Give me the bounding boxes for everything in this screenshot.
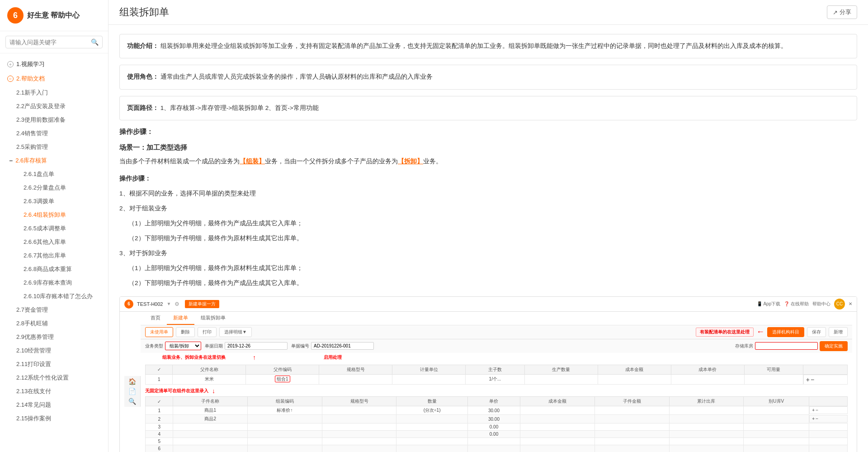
sidebar-item-docs-266[interactable]: 2.6.6其他入库单 xyxy=(0,235,108,249)
scene1-desc: 当由多个子件材料组装成一个成品的业务为【组装】业务，当由一个父件拆分成多个子产品… xyxy=(119,156,857,167)
sim-lower-row-6: 6 xyxy=(146,445,848,452)
sidebar-item-docs-2610[interactable]: 2.6.10库存账本错了怎么办 xyxy=(0,290,108,303)
sidebar-item-docs-26[interactable]: − 2.6库存核算 xyxy=(0,154,108,167)
feature-intro-block: 功能介绍： 组装拆卸单用来处理企业组装或拆卸等加工业务，支持有固定装配清单的产品… xyxy=(119,34,857,58)
sidebar-item-docs-27[interactable]: 2.7资金管理 xyxy=(0,303,108,317)
share-button[interactable]: ↗ 分享 xyxy=(827,5,857,19)
sidebar-item-docs-25[interactable]: 2.5采购管理 xyxy=(0,140,108,154)
sim-row-del-icon[interactable]: − xyxy=(811,376,814,383)
logo-icon: 6 xyxy=(7,7,24,24)
sidebar-item-docs-215[interactable]: 2.15操作案例 xyxy=(0,412,108,425)
sidebar-item-video[interactable]: + 1.视频学习 xyxy=(0,57,108,71)
sim-low-add-icon2[interactable]: + xyxy=(812,416,815,421)
role-block: 使用角色： 通常由生产人员或库管人员完成拆装业务的操作，库管人员确认原材料的出库… xyxy=(119,65,857,89)
sidebar-item-docs-267[interactable]: 2.6.7其他出库单 xyxy=(0,249,108,262)
sim-annotation-switch: 组装业务、拆卸业务在这里切换 xyxy=(162,354,226,361)
sim-toolbar-right: 有装配清单的在这里处理 ← 选择机构科目 保存 新增 xyxy=(696,327,848,337)
sim-date-label: 单据日期 xyxy=(205,343,223,349)
sim-annotation-enable: 启用处理 xyxy=(324,354,342,361)
sim-new-order-btn[interactable]: 新建单据一方 xyxy=(185,300,219,308)
sidebar-item-docs-24[interactable]: 2.4销售管理 xyxy=(0,127,108,140)
sim-stock-input[interactable] xyxy=(755,342,818,350)
sim-detail-btn[interactable]: 选择明细▼ xyxy=(219,327,252,337)
sim-print-btn[interactable]: 打印 xyxy=(198,327,217,337)
sim-confirm-btn[interactable]: 确定实施 xyxy=(820,341,848,351)
sim-annotation-has-bom: 有装配清单的在这里处理 xyxy=(696,328,754,337)
sidebar-item-docs-212[interactable]: 2.12系统个性化设置 xyxy=(0,371,108,385)
sim-row-add-icon[interactable]: + xyxy=(806,376,810,383)
sim-search2-icon: 🔍 xyxy=(128,398,136,405)
sidebar-item-docs-21[interactable]: 2.1新手入门 xyxy=(0,86,108,100)
sim-low-del-icon2[interactable]: − xyxy=(816,416,818,421)
share-label: 分享 xyxy=(840,8,851,16)
sim-action-btn1[interactable]: 保存 xyxy=(807,327,826,337)
sidebar-item-docs-269[interactable]: 2.6.9库存账本查询 xyxy=(0,276,108,290)
sim-upper-ratio-1: 1/个... xyxy=(466,374,524,385)
sim-action-btn2[interactable]: 新增 xyxy=(829,327,848,337)
sidebar-item-docs-213[interactable]: 2.13在线支付 xyxy=(0,385,108,398)
sim-upper-unit-1 xyxy=(392,374,466,385)
feature-intro-label: 功能介绍： xyxy=(127,43,159,49)
sim-col-spec: 规格型号 xyxy=(319,365,392,374)
sim-home-icon: 🏠 xyxy=(128,378,136,385)
sidebar-item-docs-263[interactable]: 2.6.3调拨单 xyxy=(0,195,108,208)
sidebar-item-docs-210[interactable]: 2.10经营管理 xyxy=(0,344,108,357)
sim-low-add-icon[interactable]: + xyxy=(812,408,815,413)
search-icon[interactable]: 🔍 xyxy=(91,38,99,46)
sim-low-del-icon[interactable]: − xyxy=(816,408,818,413)
step3-2: （2）下部明细为子件明细，最终作为产成品生成其它入库单。 xyxy=(128,277,857,289)
sim-col-cost-price: 成本单价 xyxy=(671,365,744,374)
sim-tab-new[interactable]: 新建单 xyxy=(167,312,194,325)
sub-nav-docs: 2.1新手入门 2.2产品安装及登录 2.3使用前数据准备 2.4销售管理 2.… xyxy=(0,86,108,425)
sim-type-select[interactable]: 组装/拆卸 xyxy=(165,342,201,350)
step2-2: （2）下部明细为子件明细，最终作为原材料生成其它出库单。 xyxy=(128,232,857,244)
sim-topbar-right: 📱 App下载 ❓ 在线帮助 帮助中心 CC ✕ xyxy=(757,299,852,309)
sim-upper-name-1: 米米 xyxy=(173,374,246,385)
search-input[interactable] xyxy=(9,39,91,46)
sim-col-ratio: 主子数 xyxy=(466,365,524,374)
search-area: 🔍 xyxy=(0,31,108,53)
sim-upper-table: ✓ 父件名称 父件编码 规格型号 计量单位 主子数 生产数量 成本金额 成本单价 xyxy=(145,365,848,385)
sim-low-col-cost: 成本金额 xyxy=(520,397,595,406)
sim-tab-home[interactable]: 首页 xyxy=(144,312,167,325)
sim-upper-code-1: 组合1 xyxy=(246,374,319,385)
sidebar-item-docs-261[interactable]: 2.6.1盘点单 xyxy=(0,167,108,181)
step2: 2、对于组装业务 xyxy=(119,202,857,214)
sim-delete-btn[interactable]: 删除 xyxy=(176,327,195,337)
sim-org-select-btn[interactable]: 选择机构科目 xyxy=(767,327,804,337)
sim-arrow-icon: ← xyxy=(756,327,764,337)
sidebar-item-docs-211[interactable]: 2.11打印设置 xyxy=(0,357,108,371)
sim-org: TEST-H002 xyxy=(137,301,163,307)
logo-area: 6 好生意 帮助中心 xyxy=(0,0,108,31)
sidebar-item-docs-264[interactable]: 2.6.4组装拆卸单 xyxy=(0,208,108,222)
sidebar-item-docs-214[interactable]: 2.14常见问题 xyxy=(0,398,108,412)
sim-unused-btn[interactable]: 未使用单 xyxy=(145,327,173,337)
search-box[interactable]: 🔍 xyxy=(5,36,103,48)
sidebar-item-label: 2.帮助文档 xyxy=(16,75,45,83)
content-area: 功能介绍： 组装拆卸单用来处理企业组装或拆卸等加工业务，支持有固定装配清单的产品… xyxy=(108,25,868,452)
sim-low-col-name: 子件名称 xyxy=(173,397,248,406)
sidebar-item-docs-268[interactable]: 2.6.8商品成本重算 xyxy=(0,262,108,276)
screenshot-container: 6 TEST-H002 ▼ ⚙ 新建单据一方 📱 App下载 ❓ 在线帮助 帮助… xyxy=(119,296,857,452)
sidebar-item-docs-22[interactable]: 2.2产品安装及登录 xyxy=(0,100,108,113)
sim-arrow-up-icon: ↑ xyxy=(253,354,256,361)
sidebar-item-docs-23[interactable]: 2.3使用前数据准备 xyxy=(0,113,108,127)
sidebar-item-docs[interactable]: − 2.帮助文档 2.1新手入门 2.2产品安装及登录 2.3使用前数据准备 2… xyxy=(0,71,108,425)
step3: 3、对于拆卸业务 xyxy=(119,247,857,259)
sim-help-center: 帮助中心 xyxy=(812,301,830,307)
sidebar-item-label: 1.视频学习 xyxy=(16,60,45,68)
sim-date-input[interactable] xyxy=(225,342,288,350)
top-bar: 组装拆卸单 ↗ 分享 xyxy=(108,0,868,25)
sim-code-highlight: 组合1 xyxy=(275,376,290,382)
sidebar-item-docs-28[interactable]: 2.8手机旺辅 xyxy=(0,317,108,330)
sim-low-col-check: ✓ xyxy=(146,397,173,406)
sim-lower-table-area: ✓ 子件名称 组装编码 规格型号 数量 单价 成本金额 子件金额 累计出库 xyxy=(141,395,852,452)
sim-tab-list[interactable]: 组装拆卸单 xyxy=(194,312,232,325)
sim-order-input[interactable] xyxy=(311,342,374,350)
sidebar-item-docs-29[interactable]: 2.9优惠券管理 xyxy=(0,330,108,344)
sidebar-item-26-label: 2.6库存核算 xyxy=(15,157,47,165)
sidebar-item-docs-265[interactable]: 2.6.5成本调整单 xyxy=(0,222,108,235)
main-content: 组装拆卸单 ↗ 分享 功能介绍： 组装拆卸单用来处理企业组装或拆卸等加工业务，支… xyxy=(108,0,868,452)
sim-lower-row-5: 5 xyxy=(146,438,848,445)
sidebar-item-docs-262[interactable]: 2.6.2分量盘点单 xyxy=(0,181,108,195)
